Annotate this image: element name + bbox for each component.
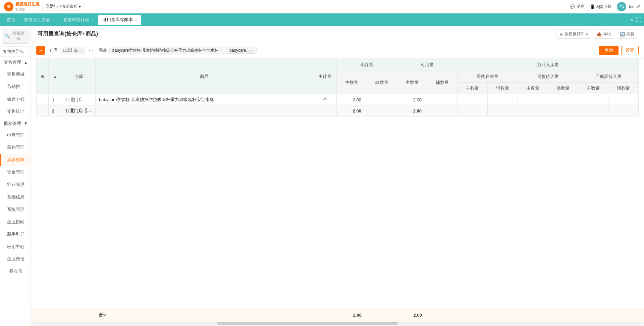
settings-btn[interactable]: 设置 — [621, 46, 639, 55]
export-btn[interactable]: 📤 导出 — [594, 30, 614, 39]
row1-available-aux — [427, 94, 458, 105]
app-download-btn[interactable]: 📱 App下载 — [590, 4, 611, 9]
row1-unit: 个 — [313, 94, 337, 105]
sidebar-item-retail-mall[interactable]: 零售商城 — [0, 68, 31, 81]
compass-icon: ⊞ — [3, 49, 6, 54]
filter-toggle-btn[interactable]: » — [36, 46, 45, 55]
scrollbar-thumb[interactable] — [217, 322, 398, 325]
sidebar-item-finance-mgmt[interactable]: 资金管理 — [0, 166, 31, 179]
row2-product-main — [578, 105, 608, 117]
sidebar-item-purchase-mgmt[interactable]: 采购管理 — [0, 141, 31, 154]
sidebar-item-ecommerce-mgmt[interactable]: 电商管理 — [0, 129, 31, 142]
order-tab-label: 要货单统计表 — [63, 17, 89, 23]
sidebar-item-member-center[interactable]: 会员中心 — [0, 93, 31, 105]
query-btn[interactable]: 查询 — [599, 46, 619, 55]
row2-purchase-main — [458, 105, 488, 117]
sidebar-item-basic-info[interactable]: 基础信息 — [0, 191, 31, 203]
footer-product-main — [578, 312, 608, 318]
th-receipt-main: 主数量 — [518, 83, 548, 94]
footer-purchase-main — [458, 312, 488, 318]
org-selector[interactable]: 母婴行业演示账套 ▾ — [42, 3, 84, 10]
user-profile[interactable]: Ea demo2 — [617, 2, 640, 11]
close-stock-tab-icon[interactable]: × — [135, 18, 137, 22]
row1-available-main: 2.00 — [397, 94, 427, 105]
message-btn[interactable]: 💬 消息 — [570, 4, 585, 9]
main-layout: 🔍 搜索菜单 ⊞ 快捷导航 零售管理 ▲ 零售商城 营销推广 会员中心 零售统计 — [0, 26, 644, 326]
tab-home[interactable]: 首页 — [3, 15, 19, 25]
tab-order-stats[interactable]: 要货单统计表 × — [59, 15, 97, 25]
search-menu-btn[interactable]: 🔍 搜索菜单 — [2, 29, 29, 44]
print-icon: 🖨 — [559, 32, 563, 37]
row2-receipt-aux — [548, 105, 578, 117]
th-available-main: 主数量 — [397, 71, 427, 94]
sidebar-item-operations-mgmt[interactable]: 经营管理 — [0, 179, 31, 191]
product-tag1-close-icon[interactable]: × — [220, 48, 222, 52]
row1-product-main — [578, 94, 608, 105]
row2-unit — [313, 105, 337, 117]
close-all-tabs-icon[interactable]: × — [630, 17, 633, 23]
sidebar-item-retail-mgmt[interactable]: 零售管理 ▲ — [0, 57, 31, 68]
sidebar-item-enterprise-collab[interactable]: 企业协同 — [0, 216, 31, 228]
message-label: 消息 — [577, 4, 585, 9]
sidebar-item-retail-stats[interactable]: 零售统计 — [0, 105, 31, 118]
sidebar-item-enterprise-wechat[interactable]: 企业微信 — [0, 253, 31, 265]
th-product-pending: 产成品待入量 — [578, 71, 639, 83]
app-download-label: App下载 — [596, 4, 611, 9]
th-product-main: 主数量 — [578, 83, 608, 94]
sidebar-item-new-guide[interactable]: 新手引导 — [0, 228, 31, 241]
close-receipt-tab-icon[interactable]: × — [52, 18, 54, 22]
footer-num-cell — [48, 312, 62, 318]
row2-available-aux — [427, 105, 458, 117]
quick-nav-btn[interactable]: ⊞ 快捷导航 — [0, 47, 31, 57]
sidebar-item-system-mgmt[interactable]: 系统管理 — [0, 203, 31, 216]
product-tag2-close-icon[interactable]: × — [251, 48, 253, 52]
th-purchase-aux: 辅数量 — [488, 83, 518, 94]
th-purchase-main: 主数量 — [458, 83, 488, 94]
sidebar-item-member-plus[interactable]: 畅会员 — [0, 265, 31, 278]
footer-unit-cell — [313, 312, 337, 318]
expand-icon[interactable]: ⛶ — [636, 17, 641, 23]
row1-warehouse: 江北门店 — [62, 94, 96, 105]
warehouse-tag-close-icon[interactable]: × — [80, 48, 82, 52]
stock-tab-label: 可用量库存账本 — [102, 17, 133, 23]
footer-product-aux — [608, 312, 639, 318]
top-bar-left: 畅 畅捷通好生意 标准版 母婴行业演示账套 ▾ — [4, 1, 84, 12]
sidebar-item-inventory-check[interactable]: 库存核算 — [0, 154, 31, 166]
row1-purchase-main — [458, 94, 488, 105]
content-area: 可用量查询(按仓库+商品) 🖨 按模板打印 ▾ 📤 导出 🔄 刷新 » — [31, 26, 644, 326]
th-settings: ⚙ — [37, 59, 49, 94]
row1-settings-cell — [37, 94, 49, 105]
footer-receipt-main — [518, 312, 548, 318]
logo-subtitle: 标准版 — [15, 7, 40, 12]
settings-icon[interactable]: ⚙ — [41, 74, 45, 79]
sidebar-item-marketing[interactable]: 营销推广 — [0, 81, 31, 93]
table-row: 1 江北门店 babycare学饮杯 儿童防摔防撞吸管杯重力球吸嘴杯宝宝水杯 个… — [37, 94, 639, 105]
nav-tabs: 首页 收发存汇总表 × 要货单统计表 × 可用量库存账本 × × ⛶ — [0, 13, 644, 26]
th-num: # — [49, 59, 62, 94]
row2-num: 2 — [49, 105, 62, 117]
footer-available-aux — [427, 312, 458, 318]
product-tags: babycare学饮杯 儿童防摔防撞吸管杯重力球吸嘴杯宝宝水杯 × babyca… — [109, 47, 257, 54]
footer-purchase-aux — [488, 312, 518, 318]
horizontal-scrollbar[interactable] — [36, 322, 639, 325]
footer-available-main: 2.00 — [397, 312, 427, 318]
row2-available-main: 2.00 — [397, 105, 427, 117]
th-available-aux: 辅数量 — [427, 71, 458, 94]
warehouse-more-icon[interactable]: ··· — [87, 47, 94, 53]
message-icon: 💬 — [570, 4, 575, 9]
refresh-btn[interactable]: 🔄 刷新 — [617, 30, 637, 39]
home-tab-label: 首页 — [7, 17, 15, 23]
th-product: 商品 — [96, 59, 313, 94]
footer-warehouse-cell — [62, 312, 95, 318]
tab-receipt-summary[interactable]: 收发存汇总表 × — [20, 15, 58, 25]
th-stock-aux: 辅数量 — [367, 71, 397, 94]
sidebar-item-app-center[interactable]: 应用中心 — [0, 241, 31, 253]
row1-num: 1 — [49, 94, 62, 105]
template-print-btn[interactable]: 🖨 按模板打印 ▾ — [556, 30, 591, 39]
close-order-tab-icon[interactable]: × — [91, 18, 93, 22]
sidebar-item-wholesale-mgmt[interactable]: 批发管理 ▼ — [0, 118, 31, 129]
th-product-aux: 辅数量 — [608, 83, 639, 94]
avatar: Ea — [617, 2, 626, 11]
tab-available-stock[interactable]: 可用量库存账本 × — [98, 15, 141, 25]
warehouse-tag-jiangbei: 江北门店 × — [60, 47, 85, 54]
